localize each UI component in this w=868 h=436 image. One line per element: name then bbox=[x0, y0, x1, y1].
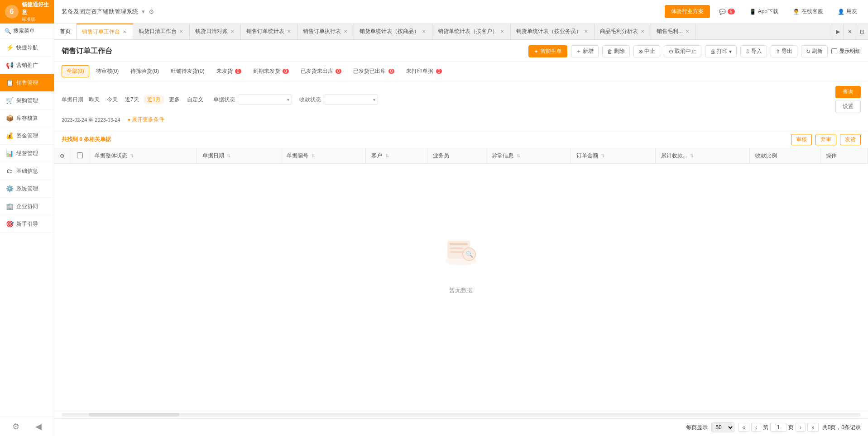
number-sort-icon[interactable]: ⇅ bbox=[312, 153, 315, 158]
set-btn[interactable]: 设置 bbox=[835, 100, 861, 113]
smart-generate-btn[interactable]: ✦ 智能生单 bbox=[528, 45, 567, 57]
scroll-thumb[interactable] bbox=[89, 413, 179, 417]
th-checkbox[interactable] bbox=[71, 148, 89, 164]
tab-sales-more[interactable]: 销售毛利... ✕ bbox=[651, 24, 696, 40]
review-btn[interactable]: 审核 bbox=[791, 134, 812, 145]
refresh-btn[interactable]: ↻ 刷新 bbox=[801, 45, 828, 57]
filter-tab-pending-review[interactable]: 待审核(0) bbox=[91, 65, 124, 77]
cancel-review-btn[interactable]: 弃审 bbox=[815, 134, 836, 145]
exception-sort-icon[interactable]: ⇅ bbox=[517, 153, 520, 158]
tab-sales-exec-close[interactable]: ✕ bbox=[343, 28, 348, 34]
filter-tab-shipped-out[interactable]: 已发货已出库 0 bbox=[348, 65, 399, 77]
delete-btn[interactable]: 🗑 删除 bbox=[602, 45, 630, 57]
tab-expand[interactable]: ⊡ bbox=[856, 24, 868, 40]
filter-tab-pending-inspect[interactable]: 待拣验货(0) bbox=[125, 65, 164, 77]
sidebar-settings-icon[interactable]: ⚙ bbox=[12, 422, 19, 431]
sidebar-item-marketing[interactable]: 📢 营销推广 bbox=[0, 57, 54, 74]
per-page-select[interactable]: 50 10 20 100 bbox=[711, 422, 734, 432]
filter-tab-not-shipped[interactable]: 未发货 0 bbox=[211, 65, 246, 77]
tab-sales-more-close[interactable]: ✕ bbox=[685, 28, 690, 34]
filter-tab-not-printed[interactable]: 未打印单据 0 bbox=[401, 65, 447, 77]
next-page-btn[interactable]: › bbox=[796, 423, 806, 432]
page-header-actions: ✦ 智能生单 ＋ 新增 🗑 删除 ⊗ 中止 ⊙ 取消中止 bbox=[528, 45, 861, 57]
online-service-btn[interactable]: 👨‍💼 在线客服 bbox=[789, 6, 827, 17]
filter-tab-shipped-not-out[interactable]: 已发货未出库 0 bbox=[296, 65, 347, 77]
date-sort-icon[interactable]: ⇅ bbox=[227, 153, 230, 158]
tab-sales-summary-staff-close[interactable]: ✕ bbox=[583, 28, 589, 34]
print-btn[interactable]: 🖨 打印 ▾ bbox=[705, 45, 737, 57]
sidebar-item-basic[interactable]: 🗂 基础信息 bbox=[0, 162, 54, 180]
sidebar-item-purchase[interactable]: 🛒 采购管理 bbox=[0, 92, 54, 109]
th-settings[interactable]: ⚙ bbox=[54, 148, 71, 164]
tab-gross-profit[interactable]: 商品毛利分析表 ✕ bbox=[595, 24, 651, 40]
date-custom[interactable]: 自定义 bbox=[184, 95, 206, 104]
tab-gross-profit-close[interactable]: ✕ bbox=[640, 28, 645, 34]
system-dropdown-icon[interactable]: ▾ bbox=[142, 8, 145, 15]
cancel-pause-btn[interactable]: ⊙ 取消中止 bbox=[664, 45, 701, 57]
industry-btn[interactable]: 体验行业方案 bbox=[665, 5, 710, 18]
tab-scroll-right[interactable]: ▶ bbox=[832, 24, 844, 40]
date-yesterday[interactable]: 昨天 bbox=[86, 95, 102, 104]
tab-sales-summary-customer-close[interactable]: ✕ bbox=[499, 28, 505, 34]
page-input[interactable] bbox=[770, 423, 786, 432]
prev-page-btn[interactable]: ‹ bbox=[751, 423, 761, 432]
th-exception: 异常信息 ⇅ bbox=[486, 148, 571, 164]
sidebar-item-system[interactable]: ⚙️ 系统管理 bbox=[0, 180, 54, 198]
tab-sales-summary-product-close[interactable]: ✕ bbox=[421, 28, 427, 34]
collected-sort-icon[interactable]: ⇅ bbox=[690, 153, 694, 158]
sidebar-search[interactable]: 🔍 搜索菜单 bbox=[0, 24, 54, 39]
app-download-btn[interactable]: 📱 App下载 bbox=[746, 6, 782, 17]
filter-tab-wangpu[interactable]: 旺铺待发货(0) bbox=[166, 65, 210, 77]
show-detail-checkbox[interactable] bbox=[831, 48, 837, 54]
scroll-track[interactable] bbox=[62, 413, 861, 417]
amount-sort-icon[interactable]: ⇅ bbox=[601, 153, 604, 158]
filter-tab-overdue[interactable]: 到期未发货 0 bbox=[248, 65, 294, 77]
export-btn[interactable]: ⇧ 导出 bbox=[771, 45, 797, 57]
date-today[interactable]: 今天 bbox=[104, 95, 120, 104]
tab-sales-order[interactable]: 销售订单工作台 ✕ bbox=[77, 24, 133, 40]
sidebar-item-operation[interactable]: 📊 经营管理 bbox=[0, 145, 54, 162]
user-menu-btn[interactable]: 👤 用友 bbox=[834, 6, 861, 17]
date-1month[interactable]: 近1月 bbox=[144, 95, 165, 104]
tab-sales-stat[interactable]: 销售订单统计表 ✕ bbox=[241, 24, 297, 40]
sidebar-item-enterprise[interactable]: 🏢 企业协同 bbox=[0, 198, 54, 215]
tab-sales-exec[interactable]: 销售订单执行表 ✕ bbox=[297, 24, 354, 40]
tab-sales-summary-staff[interactable]: 销货单统计表（按业务员） ✕ bbox=[511, 24, 595, 40]
tab-close-all[interactable]: ✕ bbox=[844, 24, 856, 40]
date-more[interactable]: 更多 bbox=[166, 95, 182, 104]
sidebar-item-sales[interactable]: 📋 销售管理 bbox=[0, 74, 54, 92]
tab-sales-summary-customer[interactable]: 销货单统计表（按客户） ✕ bbox=[432, 24, 511, 40]
tab-home[interactable]: 首页 bbox=[54, 24, 77, 40]
tab-sales-order-close[interactable]: ✕ bbox=[122, 29, 127, 35]
settings-icon[interactable]: ⚙ bbox=[149, 8, 154, 15]
customer-sort-icon[interactable]: ⇅ bbox=[385, 153, 389, 158]
tab-sales-summary-product[interactable]: 销货单统计表（按商品） ✕ bbox=[354, 24, 432, 40]
plus-icon: ＋ bbox=[576, 47, 581, 55]
tab-cash-daily-close[interactable]: ✕ bbox=[178, 28, 184, 34]
import-btn[interactable]: ⇩ 导入 bbox=[740, 45, 767, 57]
first-page-btn[interactable]: « bbox=[738, 423, 749, 432]
query-btn[interactable]: 查询 bbox=[835, 86, 861, 98]
tab-sales-stat-close[interactable]: ✕ bbox=[286, 28, 292, 34]
payment-select[interactable] bbox=[324, 95, 378, 104]
ship-btn[interactable]: 发货 bbox=[840, 134, 861, 145]
status-sort-icon[interactable]: ⇅ bbox=[130, 153, 134, 158]
sidebar-item-guide[interactable]: 🎯 新手引导 bbox=[0, 215, 54, 233]
filter-tab-all[interactable]: 全部(0) bbox=[62, 65, 89, 77]
sidebar-collapse-icon[interactable]: ◀ bbox=[35, 422, 42, 431]
message-btn[interactable]: 💬 6 bbox=[715, 7, 739, 17]
tab-cash-reconcile[interactable]: 钱货日清对账 ✕ bbox=[190, 24, 241, 40]
last-page-btn[interactable]: » bbox=[807, 423, 819, 432]
date-7days[interactable]: 近7天 bbox=[122, 95, 142, 104]
status-select[interactable] bbox=[238, 95, 292, 104]
pause-btn[interactable]: ⊗ 中止 bbox=[633, 45, 660, 57]
select-all-checkbox[interactable] bbox=[77, 152, 83, 158]
show-detail-label[interactable]: 显示明细 bbox=[831, 47, 861, 55]
tab-cash-reconcile-close[interactable]: ✕ bbox=[230, 28, 235, 34]
sidebar-item-quicknav[interactable]: ⚡ 快捷导航 bbox=[0, 39, 54, 57]
add-btn[interactable]: ＋ 新增 bbox=[571, 45, 599, 57]
expand-btn[interactable]: ▾ 展开更多条件 bbox=[128, 116, 164, 123]
sidebar-item-inventory[interactable]: 📦 库存核算 bbox=[0, 109, 54, 127]
tab-cash-daily[interactable]: 钱货日清工作台 ✕ bbox=[133, 24, 190, 40]
sidebar-item-finance[interactable]: 💰 资金管理 bbox=[0, 127, 54, 145]
